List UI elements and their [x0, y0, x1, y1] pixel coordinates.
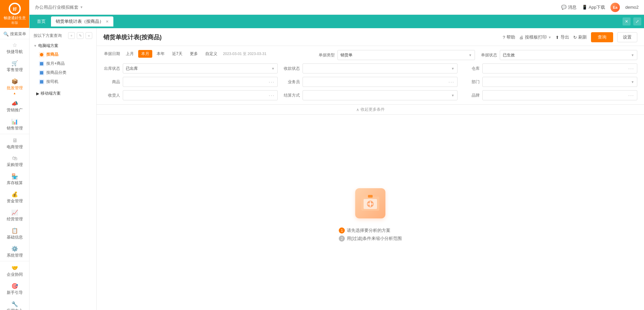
export-label: 导出 — [560, 34, 569, 40]
svg-point-2 — [40, 53, 43, 56]
scheme-item-by-month-product[interactable]: 按月+商品 — [30, 59, 96, 68]
sidebar-item-wholesale[interactable]: 📦 批发管理 ▲ — [0, 75, 29, 98]
sidebar-search[interactable]: 🔍 搜索菜单 — [0, 28, 29, 39]
scheme-item-by-cashier[interactable]: 按司机 — [30, 77, 96, 86]
salesperson-dots-icon[interactable]: ··· — [448, 79, 454, 85]
sidebar-item-retail[interactable]: 🛒 零售管理 — [0, 57, 29, 75]
date-period-last-month[interactable]: 上月 — [123, 50, 137, 58]
left-panel-header: 按以下方案查询 + ✎ « — [30, 31, 96, 42]
receipt-status-chevron-icon: ▼ — [451, 67, 454, 70]
app-download-label: App下载 — [589, 4, 605, 10]
settlement-label: 结算方式 — [283, 93, 300, 98]
sidebar-item-label: 营销推广 — [7, 107, 23, 113]
date-period-custom[interactable]: 自定义 — [202, 50, 220, 58]
svg-rect-5 — [40, 80, 43, 84]
sidebar-item-appstore[interactable]: 🔧 应用中心 — [0, 298, 29, 310]
collapse-panel-btn[interactable]: « — [86, 32, 92, 39]
sidebar-item-basic[interactable]: 📋 基础信息 — [0, 225, 29, 243]
mobile-group-title[interactable]: ▶ 移动端方案 — [30, 89, 96, 98]
pc-scheme-group: ▼ 电脑端方案 按商品 按月+商品 — [30, 42, 96, 89]
tab-close-window-btn[interactable]: ✕ — [623, 17, 631, 25]
export-btn[interactable]: ⬆ 导出 — [555, 34, 569, 40]
settings-btn[interactable]: 设置 — [617, 32, 637, 42]
message-btn[interactable]: 💬 消息 — [561, 4, 577, 10]
filter-warehouse: 仓库 ··· — [463, 63, 637, 73]
tab-home-label: 首页 — [37, 18, 46, 24]
print-chevron-icon: ▼ — [548, 36, 551, 39]
dept-select[interactable]: ▼ — [482, 77, 637, 87]
date-period-this-month[interactable]: 本月 — [138, 50, 152, 58]
scheme-item-by-product[interactable]: 按商品 — [30, 50, 96, 59]
receiver-dots-icon[interactable]: ··· — [269, 93, 275, 98]
template-print-btn[interactable]: 🖨 按模板打印 ▼ — [519, 34, 551, 40]
doc-status-select[interactable]: 已生效 ▼ — [500, 50, 637, 60]
sidebar-item-enterprise[interactable]: 🤝 企业协同 — [0, 262, 29, 280]
date-period-more[interactable]: 更多 — [187, 50, 201, 58]
sidebar-item-newbie[interactable]: 🎯 新手引导 — [0, 280, 29, 298]
sidebar-item-ecommerce[interactable]: 🖥 电商管理 — [0, 135, 29, 153]
settlement-select[interactable]: ▼ — [303, 90, 458, 100]
app-download-btn[interactable]: 📱 App下载 — [582, 4, 605, 10]
filter-department: 部门 ▼ — [463, 77, 637, 87]
sidebar-item-sales[interactable]: 📊 销售管理 — [0, 116, 29, 134]
sidebar-item-finance[interactable]: 💰 资金管理 — [0, 189, 29, 207]
receiver-select[interactable]: ··· — [123, 90, 278, 100]
brand-dots-icon[interactable]: ··· — [628, 93, 634, 98]
filter-receipt-status: 收款状态 ▼ — [283, 63, 458, 73]
doc-status-chevron-icon: ▼ — [631, 53, 634, 57]
date-period-this-year[interactable]: 本年 — [154, 50, 168, 58]
right-panel: 销货单统计表(按商品) ? 帮助 🖨 按模板打印 ▼ ⬆ — [97, 28, 644, 310]
sidebar-item-inventory[interactable]: 🏪 库存核算 — [0, 170, 29, 189]
doc-type-select[interactable]: 销货单 ▼ — [337, 50, 475, 60]
company-selector[interactable]: 办公用品行业模拟账套 ▼ — [35, 4, 83, 10]
warehouse-select[interactable]: ··· — [482, 63, 637, 73]
app-logo[interactable]: 好 畅捷通好生意 标版 — [0, 0, 30, 28]
refresh-btn[interactable]: ↻ 刷新 — [573, 34, 587, 40]
product-dots-icon[interactable]: ··· — [269, 79, 275, 85]
settlement-chevron-icon: ▼ — [451, 94, 454, 97]
svg-rect-4 — [40, 71, 43, 74]
tab-home[interactable]: 首页 — [32, 16, 50, 27]
sidebar-item-purchase[interactable]: 🛍 采购管理 — [0, 153, 29, 170]
wh-status-select[interactable]: 已出库 ▼ — [123, 63, 278, 73]
hint-num-2: 2 — [339, 236, 345, 242]
page-title: 销货单统计表(按商品) — [103, 33, 162, 41]
sidebar-item-operations[interactable]: 📈 经营管理 — [0, 207, 29, 225]
filter-area: 单据日期 上月 本月 本年 近7天 更多 自定义 2023-03-01 至 20… — [97, 46, 644, 105]
warehouse-dots-icon[interactable]: ··· — [628, 66, 634, 71]
collapse-arrow-icon: ∧ — [356, 107, 359, 112]
topbar-right: 💬 消息 📱 App下载 Ea demo2 — [561, 3, 639, 12]
tab-stats[interactable]: 销货单统计表（按商品） ✕ — [51, 16, 113, 27]
empty-hint-1: 1 请先选择要分析的方案 — [339, 227, 401, 234]
scheme-item-label: 按月+商品 — [46, 61, 65, 66]
help-icon: ? — [503, 35, 505, 40]
collapse-bar[interactable]: ∧ 收起更多条件 — [97, 105, 644, 115]
query-btn[interactable]: 查询 — [591, 32, 613, 42]
scheme-item-by-category[interactable]: 按商品分类 — [30, 68, 96, 77]
app-download-icon: 📱 — [582, 5, 587, 10]
mobile-group-label: 移动端方案 — [41, 91, 61, 96]
tab-maximize-btn[interactable]: ⤢ — [633, 17, 641, 25]
tab-close-icon[interactable]: ✕ — [106, 19, 109, 24]
pc-group-title[interactable]: ▼ 电脑端方案 — [30, 42, 96, 50]
empty-box-icon — [355, 188, 385, 218]
salesperson-select[interactable]: ··· — [303, 77, 458, 87]
wh-status-label: 出库状态 — [103, 66, 120, 71]
sidebar-item-quick-nav[interactable]: ☆ 快捷导航 — [0, 39, 29, 57]
date-period-7days[interactable]: 近7天 — [169, 50, 185, 58]
receipt-status-select[interactable]: ▼ — [303, 63, 458, 73]
brand-select[interactable]: ··· — [482, 90, 637, 100]
add-scheme-btn[interactable]: + — [68, 32, 75, 39]
sidebar-item-marketing[interactable]: 📣 营销推广 — [0, 98, 29, 116]
help-btn[interactable]: ? 帮助 — [503, 34, 515, 40]
sidebar-item-system[interactable]: ⚙️ 系统管理 — [0, 243, 29, 261]
product-select[interactable]: ··· — [123, 77, 278, 87]
doc-type-value: 销货单 — [340, 52, 353, 58]
empty-hints: 1 请先选择要分析的方案 2 用[过滤]条件来缩小分析范围 — [339, 227, 401, 242]
filter-doc-type: 单据类型 销货单 ▼ — [318, 50, 475, 60]
query-btn-label: 查询 — [598, 34, 606, 40]
message-label: 消息 — [568, 4, 577, 10]
topbar-left: 办公用品行业模拟账套 ▼ — [35, 4, 83, 10]
edit-scheme-btn[interactable]: ✎ — [77, 32, 84, 39]
user-avatar[interactable]: Ea — [610, 3, 620, 12]
